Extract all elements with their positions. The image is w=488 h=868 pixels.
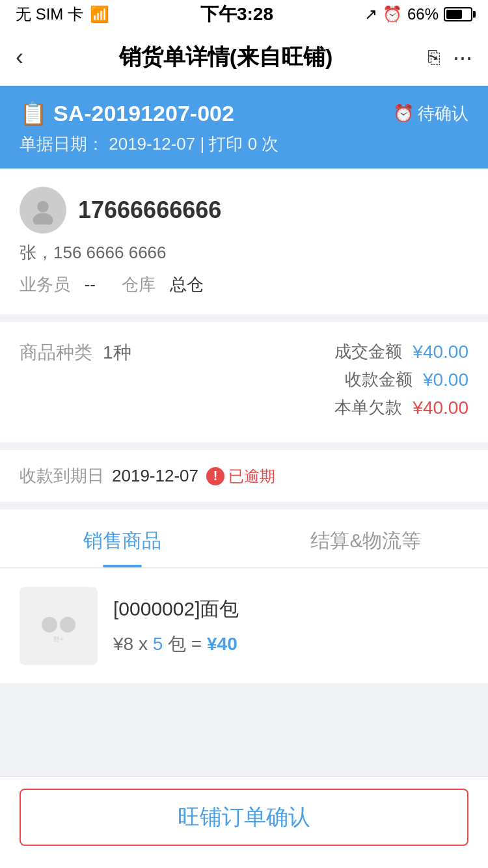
order-status-text: 待确认 xyxy=(418,102,468,125)
summary-right: 成交金额 ¥40.00 收款金额 ¥0.00 本单欠款 ¥40.00 xyxy=(334,340,468,424)
received-amount: ¥0.00 xyxy=(423,370,468,390)
overdue-text: 已逾期 xyxy=(228,466,275,487)
summary-card: 商品种类 1种 成交金额 ¥40.00 收款金额 ¥0.00 本单欠款 ¥40.… xyxy=(0,322,488,450)
tab-bar: 销售商品 结算&物流等 xyxy=(0,509,488,568)
product-name: [0000002]面包 xyxy=(113,596,468,623)
quantity: 5 xyxy=(153,634,163,654)
avatar xyxy=(20,187,66,234)
bottom-bar: 旺铺订单确认 xyxy=(0,776,488,868)
wifi-icon: 📶 xyxy=(90,5,109,23)
product-list: 野+ [0000002]面包 ¥8 x 5 包 = ¥40 xyxy=(0,569,488,684)
product-info: [0000002]面包 ¥8 x 5 包 = ¥40 xyxy=(113,596,468,657)
product-price: ¥8 x 5 包 = ¥40 xyxy=(113,632,468,657)
battery-icon xyxy=(444,7,472,21)
debt-amount-row: 本单欠款 ¥40.00 xyxy=(334,396,468,419)
status-left: 无 SIM 卡 📶 xyxy=(16,4,109,25)
tab-sales-products[interactable]: 销售商品 xyxy=(0,509,244,567)
svg-point-0 xyxy=(37,201,49,213)
customer-name: 张，156 6666 6666 xyxy=(20,241,468,264)
svg-point-1 xyxy=(33,213,53,224)
debt-amount: ¥40.00 xyxy=(413,398,468,418)
alarm-icon: ⏰ xyxy=(383,5,402,23)
warehouse-info: 仓库 总仓 xyxy=(122,273,204,296)
date-label: 单据日期： xyxy=(20,134,104,154)
more-button[interactable]: ··· xyxy=(453,44,472,71)
overdue-icon: ! xyxy=(206,467,224,485)
share-button[interactable]: ⎘ xyxy=(428,46,440,68)
product-code: [0000002] xyxy=(113,598,200,619)
nav-left: ‹ xyxy=(16,44,23,71)
order-date-row: 单据日期： 2019-12-07 | 打印 0 次 xyxy=(20,133,468,156)
warehouse-value: 总仓 xyxy=(170,275,204,294)
sales-value: -- xyxy=(85,275,96,294)
product-thumbnail: 野+ xyxy=(20,587,98,665)
svg-point-3 xyxy=(60,617,75,632)
order-icon: 📋 xyxy=(20,100,47,126)
back-button[interactable]: ‹ xyxy=(16,44,23,71)
due-date-row: 收款到期日 2019-12-07 ! 已逾期 xyxy=(0,450,488,509)
nav-bar: ‹ 销货单详情(来自旺铺) ⎘ ··· xyxy=(0,29,488,86)
order-header-top: 📋 SA-20191207-002 ⏰ 待确认 xyxy=(20,100,468,126)
carrier-label: 无 SIM 卡 xyxy=(16,4,83,25)
tab-settlement[interactable]: 结算&物流等 xyxy=(244,509,488,567)
status-bar: 无 SIM 卡 📶 下午3:28 ↗ ⏰ 66% xyxy=(0,0,488,29)
order-status: ⏰ 待确认 xyxy=(393,102,468,125)
nav-right: ⎘ ··· xyxy=(428,44,472,71)
unit-price: ¥8 xyxy=(113,634,133,654)
svg-point-2 xyxy=(42,617,57,632)
transaction-amount-row: 成交金额 ¥40.00 xyxy=(334,340,468,363)
order-id-text: SA-20191207-002 xyxy=(53,101,234,126)
customer-phone: 17666666666 xyxy=(78,197,221,224)
product-type-value: 1种 xyxy=(103,340,131,365)
page-title: 销货单详情(来自旺铺) xyxy=(119,42,333,72)
transaction-amount: ¥40.00 xyxy=(413,342,468,362)
print-info: | 打印 0 次 xyxy=(200,134,278,154)
product-name-text: 面包 xyxy=(200,598,239,619)
tab-settlement-label: 结算&物流等 xyxy=(310,530,421,551)
total-price: ¥40 xyxy=(207,634,237,654)
customer-card: 17666666666 张，156 6666 6666 业务员 -- 仓库 总仓 xyxy=(0,169,488,322)
received-amount-row: 收款金额 ¥0.00 xyxy=(334,368,468,391)
customer-meta: 业务员 -- 仓库 总仓 xyxy=(20,273,468,296)
tab-sales-products-label: 销售商品 xyxy=(83,530,161,551)
summary-left: 商品种类 1种 xyxy=(20,340,131,370)
overdue-badge: ! 已逾期 xyxy=(206,466,275,487)
sales-label: 业务员 -- xyxy=(20,273,96,296)
status-right: ↗ ⏰ 66% xyxy=(364,5,472,23)
customer-top: 17666666666 xyxy=(20,187,468,234)
product-type-row: 商品种类 1种 xyxy=(20,340,131,365)
battery-label: 66% xyxy=(407,5,439,23)
due-date-value: 2019-12-07 xyxy=(112,466,198,486)
time-label: 下午3:28 xyxy=(200,2,273,27)
svg-text:野+: 野+ xyxy=(53,636,64,643)
order-id: 📋 SA-20191207-002 xyxy=(20,100,234,126)
status-clock-icon: ⏰ xyxy=(393,103,414,124)
order-header: 📋 SA-20191207-002 ⏰ 待确认 单据日期： 2019-12-07… xyxy=(0,86,488,169)
location-icon: ↗ xyxy=(364,5,377,23)
table-row: 野+ [0000002]面包 ¥8 x 5 包 = ¥40 xyxy=(0,569,488,684)
confirm-order-button[interactable]: 旺铺订单确认 xyxy=(20,789,468,846)
date-value: 2019-12-07 xyxy=(109,134,195,154)
unit-text: 包 xyxy=(168,634,186,654)
